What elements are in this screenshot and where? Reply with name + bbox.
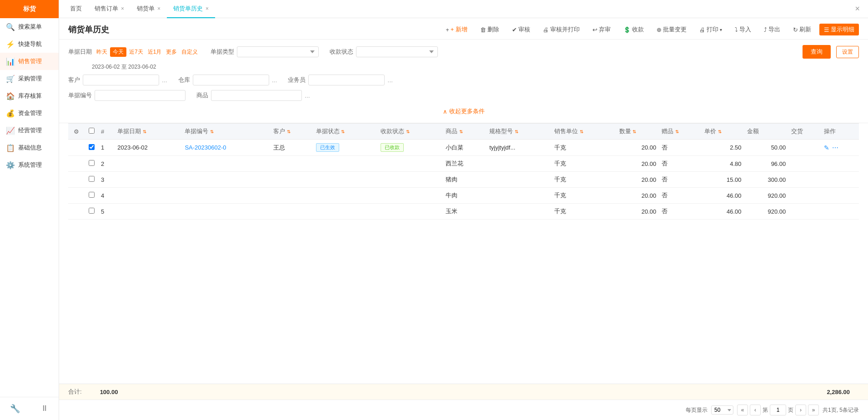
per-page-select[interactable]: 50 100 200 [711,405,733,415]
row-checkbox-3[interactable] [89,192,95,198]
page-first-btn[interactable]: « [737,405,748,415]
tab-sales-goods[interactable]: 销货单 × [130,0,167,18]
col-unit[interactable]: 销售单位 ⇅ [552,124,617,140]
collect-button[interactable]: 💲 收款 [619,24,648,35]
row-check[interactable] [85,172,98,188]
row-check[interactable] [85,188,98,204]
warehouse-picker-icon[interactable]: ... [272,76,277,84]
customer-input[interactable] [83,75,159,85]
page-next-btn[interactable]: › [795,405,806,415]
page-input[interactable] [770,405,786,415]
sidebar-item-sales-mgmt[interactable]: 📊 销售管理 [0,53,59,70]
sidebar-item-purchase-mgmt[interactable]: 🛒 采购管理 [0,70,59,87]
row-unit: 千克 [552,188,617,204]
warehouse-input[interactable] [193,75,269,85]
page-label-before: 第 [763,406,768,414]
refresh-button[interactable]: ↻ 刷新 [788,24,816,35]
doc-no-input[interactable] [95,90,186,101]
date-more[interactable]: 更多 [164,47,179,57]
tab-sales-history-close[interactable]: × [206,5,209,12]
table-row: 3 猪肉 千克 20.00 否 15.00 300.00 [68,172,859,188]
abandon-button[interactable]: ↩ 弃审 [588,24,615,35]
row-check[interactable] [85,156,98,172]
sidebar-item-sys-mgmt[interactable]: ⚙️ 系统管理 [0,156,59,174]
page-prev-btn[interactable]: ‹ [750,405,761,415]
staff-input[interactable] [308,75,385,85]
sort-spec-icon: ⇅ [515,129,518,134]
col-doc-no[interactable]: 单据编号 ⇅ [182,124,271,140]
date-1month[interactable]: 近1月 [146,47,164,57]
sidebar-item-inventory[interactable]: 🏠 库存核算 [0,87,59,105]
settings-bottom-icon[interactable]: 🔧 [8,402,22,415]
doc-type-select[interactable] [237,46,319,57]
sidebar-item-search-menu[interactable]: 🔍 搜索菜单 [0,18,59,35]
pause-bottom-icon[interactable]: ⏸ [39,402,50,415]
sidebar-item-finance[interactable]: 💰 资金管理 [0,105,59,122]
tab-sales-goods-close[interactable]: × [157,5,161,12]
audit-button[interactable]: ✔ 审核 [507,24,535,35]
col-customer[interactable]: 客户 ⇅ [271,124,313,140]
audit-print-button[interactable]: 🖨 审核并打印 [538,24,584,35]
customer-picker-icon[interactable]: ... [162,76,167,84]
new-button[interactable]: + + 新增 [441,24,472,35]
row-checkbox-1[interactable] [89,160,95,166]
collapse-button[interactable]: ∧ 收起更多条件 [68,105,859,117]
date-7days[interactable]: 近7天 [127,47,145,57]
edit-icon[interactable]: ✎ [824,144,829,151]
sort-goods-icon: ⇅ [459,129,463,134]
tab-close-all[interactable]: × [851,4,863,14]
doc-no-link[interactable]: SA-20230602-0 [185,144,226,151]
filter-row-2: 客户 ... 仓库 ... 业务员 ... [68,75,859,85]
row-check[interactable] [85,140,98,156]
goods-input[interactable] [211,90,302,101]
import-button[interactable]: ⤵ 导入 [730,24,756,35]
row-checkbox-0[interactable] [89,144,95,150]
page-last-btn[interactable]: » [808,405,819,415]
col-price[interactable]: 单价 ⇅ [702,124,744,140]
goods-picker-icon[interactable]: ... [305,92,310,99]
row-customer [271,204,313,220]
sidebar-item-quick-nav[interactable]: ⚡ 快捷导航 [0,35,59,53]
print-button[interactable]: 🖨 打印 ▾ [695,24,727,35]
row-checkbox-2[interactable] [89,176,95,182]
col-doc-status[interactable]: 单据状态 ⇅ [313,124,378,140]
abandon-icon: ↩ [592,26,597,33]
col-gear[interactable]: ⚙ [68,124,85,140]
ops-mgmt-icon: 📈 [6,126,15,135]
row-goods: 小白菜 [443,140,487,156]
row-doc-date [115,188,182,204]
col-customer-label: 客户 [273,128,285,135]
col-doc-date[interactable]: 单据日期 ⇅ [115,124,182,140]
delete-button[interactable]: 🗑 删除 [476,24,504,35]
sidebar-item-basic-info[interactable]: 📋 基础信息 [0,139,59,156]
more-icon[interactable]: ⋯ [832,144,838,151]
query-button[interactable]: 查询 [803,45,831,59]
sidebar-item-ops-mgmt[interactable]: 📈 经营管理 [0,122,59,139]
col-collect-status[interactable]: 收款状态 ⇅ [378,124,443,140]
row-checkbox-4[interactable] [89,208,95,214]
row-check[interactable] [85,204,98,220]
tab-sales-order-close[interactable]: × [121,5,124,12]
date-yesterday[interactable]: 昨天 [95,47,109,57]
date-custom[interactable]: 自定义 [180,47,200,57]
select-all-checkbox[interactable] [89,128,95,134]
tab-sales-order[interactable]: 销售订单 × [88,0,130,18]
col-goods-label: 商品 [446,128,457,135]
tab-sales-history[interactable]: 销货单历史 × [167,0,215,18]
row-collect-status [378,156,443,172]
show-detail-button[interactable]: ☰ 显示明细 [819,24,859,35]
settings-button[interactable]: 设置 [836,46,859,58]
staff-picker-icon[interactable]: ... [387,76,393,84]
collect-status-select[interactable] [356,46,438,57]
date-today[interactable]: 今天 [110,47,126,57]
doc-type-label: 单据类型 [211,48,234,56]
batch-change-button[interactable]: ⊕ 批量变更 [652,24,691,35]
col-spec[interactable]: 规格型号 ⇅ [487,124,552,140]
export-button[interactable]: ⤴ 导出 [759,24,785,35]
row-price: 46.00 [702,188,744,204]
col-qty[interactable]: 数量 ⇅ [617,124,659,140]
col-goods[interactable]: 商品 ⇅ [443,124,487,140]
col-spec-label: 规格型号 [489,128,513,135]
tab-home[interactable]: 首页 [64,0,88,18]
col-gift[interactable]: 赠品 ⇅ [659,124,702,140]
